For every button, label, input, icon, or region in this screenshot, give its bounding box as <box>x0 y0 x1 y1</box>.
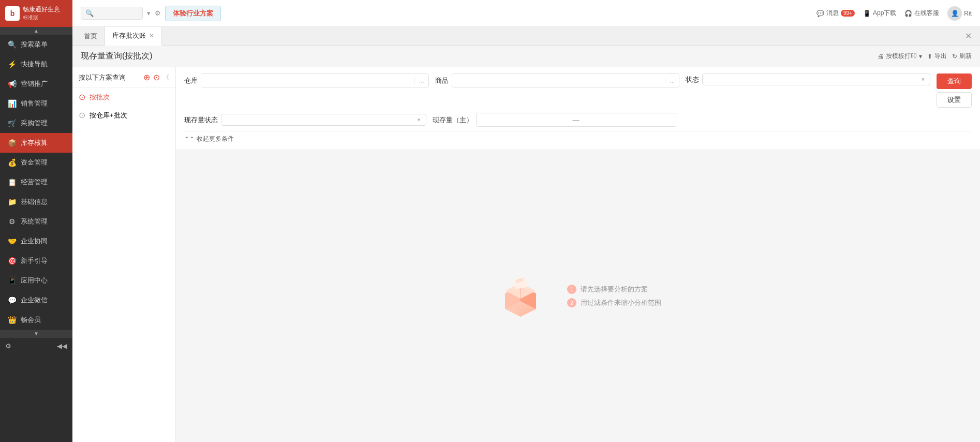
topbar-search-icon: 🔍 <box>85 9 94 17</box>
tab-inventory[interactable]: 库存批次账 ✕ <box>105 27 162 46</box>
headset-icon: 🎧 <box>904 10 912 17</box>
sidebar-item-basic[interactable]: 📁 基础信息 <box>0 192 72 212</box>
collapse-row: ⌃⌃ 收起更多条件 <box>184 131 972 143</box>
filter-area: 仓库 ... 商品 ... <box>176 67 980 150</box>
goods-label: 商品 <box>435 76 449 85</box>
stock-qty-from-input[interactable] <box>477 113 570 126</box>
quick-nav-icon: ⚡ <box>7 60 17 69</box>
settings-button[interactable]: 设置 <box>937 92 972 108</box>
sidebar-item-wechat-label: 企业微信 <box>21 296 48 305</box>
print-btn[interactable]: 🖨 按模板打印 ▾ <box>878 52 922 61</box>
warehouse-input-wrap: ... <box>201 73 429 87</box>
sidebar-header: b 畅康通好生意 标准版 <box>0 0 72 27</box>
left-panel-header: 按以下方案查询 ⊕ ⊙ 《 <box>72 67 175 88</box>
filter-row-2: 现存量状态 ▼ 现存量（主） — <box>184 113 972 127</box>
status-select[interactable]: ▼ <box>702 73 930 85</box>
sidebar-item-purchase[interactable]: 🛒 采购管理 <box>0 113 72 133</box>
sidebar-item-app-center[interactable]: 📱 应用中心 <box>0 271 72 290</box>
scheme-batch-label: 按批次 <box>90 93 110 102</box>
collapse-icon: ⌃⌃ <box>184 136 195 143</box>
status-dropdown-icon: ▼ <box>920 77 926 82</box>
export-btn[interactable]: ⬆ 导出 <box>927 52 947 61</box>
right-panel: 仓库 ... 商品 ... <box>176 67 980 442</box>
tip-num-1: 1 <box>567 285 576 294</box>
warehouse-more-btn[interactable]: ... <box>414 77 428 84</box>
left-panel: 按以下方案查询 ⊕ ⊙ 《 ⊙ 按批次 ⊙ 按仓库+批次 <box>72 67 176 442</box>
empty-tip-1: 1 请先选择要分析的方案 <box>567 285 661 294</box>
sales-icon: 📊 <box>7 99 17 108</box>
sidebar-item-marketing[interactable]: 📢 营销推广 <box>0 74 72 94</box>
query-button[interactable]: 查询 <box>937 73 972 89</box>
sidebar-item-app-center-label: 应用中心 <box>21 276 48 285</box>
sidebar-item-quick-nav[interactable]: ⚡ 快捷导航 <box>0 54 72 74</box>
app-download-icon: 📱 <box>863 10 871 17</box>
print-dropdown-icon[interactable]: ▾ <box>919 53 922 60</box>
scheme-warehouse-batch-label: 按仓库+批次 <box>90 111 127 120</box>
sidebar-item-inventory[interactable]: 📦 库存核算 <box>0 133 72 153</box>
print-label: 按模板打印 <box>886 52 917 61</box>
stock-qty-to-input[interactable] <box>583 113 676 126</box>
status-label: 状态 <box>686 75 699 84</box>
sidebar-scroll-up[interactable]: ▲ <box>0 27 72 35</box>
topbar-search-box[interactable]: 🔍 <box>81 7 143 20</box>
warehouse-input[interactable] <box>201 74 414 87</box>
sidebar-item-search[interactable]: 🔍 搜索菜单 <box>0 35 72 54</box>
sidebar-item-wechat[interactable]: 💬 企业微信 <box>0 290 72 310</box>
print-icon: 🖨 <box>878 53 884 60</box>
refresh-label: 刷新 <box>959 52 972 61</box>
left-panel-actions: ⊕ ⊙ 《 <box>143 72 169 82</box>
tab-home-label: 首页 <box>84 32 97 41</box>
empty-state: 1 请先选择要分析的方案 2 用过滤条件来缩小分析范围 <box>176 150 980 442</box>
experience-btn[interactable]: 体验行业方案 <box>165 6 221 21</box>
scheme-item-batch[interactable]: ⊙ 按批次 <box>72 88 175 106</box>
sidebar: b 畅康通好生意 标准版 ▲ 🔍 搜索菜单 ⚡ 快捷导航 📢 营销推广 📊 销售… <box>0 0 72 442</box>
scheme-settings-icon[interactable]: ⊙ <box>153 72 160 82</box>
export-label: 导出 <box>934 52 947 61</box>
dropdown-icon[interactable]: ▾ <box>147 9 151 17</box>
collapse-btn[interactable]: ⌃⌃ 收起更多条件 <box>184 135 972 143</box>
settings-gear-icon[interactable]: ⚙ <box>155 9 161 17</box>
stock-status-select[interactable]: ▼ <box>221 114 426 126</box>
action-buttons: 查询 设置 <box>937 73 972 108</box>
scheme-inactive-icon: ⊙ <box>79 110 85 120</box>
goods-input[interactable] <box>452 74 665 87</box>
scheme-item-warehouse-batch[interactable]: ⊙ 按仓库+批次 <box>72 106 175 124</box>
goods-more-btn[interactable]: ... <box>665 77 679 84</box>
sidebar-item-system[interactable]: ⚙ 系统管理 <box>0 212 72 231</box>
warehouse-label: 仓库 <box>184 76 198 85</box>
operation-icon: 📋 <box>7 178 17 187</box>
user-name: Rit <box>964 10 972 17</box>
main-area: 🔍 ▾ ⚙ 体验行业方案 💬 消息 99+ 📱 App下载 🎧 在线客服 <box>72 0 980 442</box>
tabbar: 首页 库存批次账 ✕ ✕ <box>72 27 980 46</box>
online-service-group[interactable]: 🎧 在线客服 <box>904 9 939 18</box>
user-group[interactable]: 👤 Rit <box>947 6 972 21</box>
sidebar-item-finance[interactable]: 💰 资金管理 <box>0 153 72 172</box>
refresh-icon: ↻ <box>952 53 957 60</box>
stock-qty-label: 现存量（主） <box>433 115 473 125</box>
refresh-btn[interactable]: ↻ 刷新 <box>952 52 972 61</box>
collapse-sidebar-icon[interactable]: ◀◀ <box>57 342 67 350</box>
system-icon: ⚙ <box>7 217 17 226</box>
sidebar-item-quick-nav-label: 快捷导航 <box>21 60 48 69</box>
add-scheme-icon[interactable]: ⊕ <box>143 72 150 82</box>
app-title-group: 畅康通好生意 标准版 <box>23 6 60 21</box>
tab-home[interactable]: 首页 <box>77 27 105 46</box>
sidebar-item-operation[interactable]: 📋 经营管理 <box>0 172 72 192</box>
close-panel-btn[interactable]: ✕ <box>961 31 976 41</box>
sidebar-item-enterprise[interactable]: 🤝 企业协同 <box>0 231 72 251</box>
message-group[interactable]: 💬 消息 99+ <box>816 9 855 18</box>
sidebar-item-sales[interactable]: 📊 销售管理 <box>0 94 72 113</box>
collapse-panel-icon[interactable]: 《 <box>163 73 169 82</box>
sidebar-item-newbie[interactable]: 🎯 新手引导 <box>0 251 72 271</box>
app-download-label: App下载 <box>873 9 896 18</box>
sidebar-item-sales-label: 销售管理 <box>21 99 48 108</box>
tab-close-icon[interactable]: ✕ <box>149 32 154 39</box>
page-actions: 🖨 按模板打印 ▾ ⬆ 导出 ↻ 刷新 <box>878 52 972 61</box>
goods-filter: 商品 ... <box>435 73 680 87</box>
app-download-group[interactable]: 📱 App下载 <box>863 9 896 18</box>
sidebar-item-member[interactable]: 👑 畅会员 <box>0 310 72 330</box>
svg-rect-5 <box>513 277 527 289</box>
settings-icon[interactable]: ⚙ <box>5 342 11 350</box>
wechat-icon: 💬 <box>7 296 17 305</box>
sidebar-scroll-down[interactable]: ▼ <box>0 330 72 337</box>
